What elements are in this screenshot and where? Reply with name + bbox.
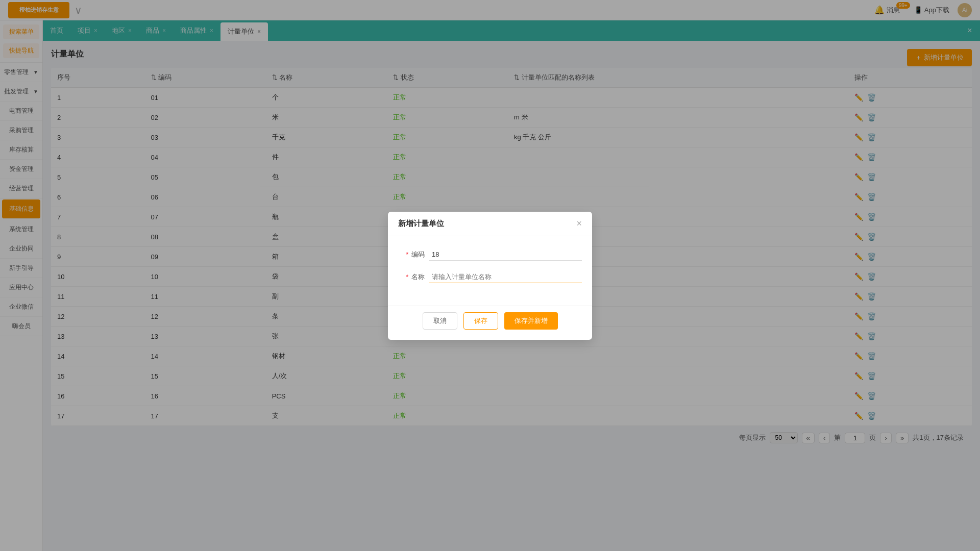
save-and-new-button[interactable]: 保存并新增 (504, 312, 558, 330)
modal-header: 新增计量单位 × (388, 212, 592, 236)
save-button[interactable]: 保存 (463, 312, 498, 330)
add-unit-modal: 新增计量单位 × * 编码 * 名称 取消 保存 保存并新增 (388, 212, 592, 340)
modal-title: 新增计量单位 (398, 219, 444, 229)
name-label: * 名称 (398, 272, 429, 282)
modal-body: * 编码 * 名称 (388, 236, 592, 306)
form-row-code: * 编码 (398, 248, 582, 261)
name-input[interactable] (429, 271, 582, 283)
code-label: * 编码 (398, 250, 429, 259)
modal-overlay[interactable]: 新增计量单位 × * 编码 * 名称 取消 保存 保存并新增 (0, 0, 980, 551)
cancel-button[interactable]: 取消 (423, 312, 457, 330)
code-input[interactable] (429, 248, 582, 261)
name-required: * (406, 273, 408, 281)
code-required: * (406, 251, 408, 258)
modal-footer: 取消 保存 保存并新增 (388, 306, 592, 340)
form-row-name: * 名称 (398, 271, 582, 283)
modal-close-btn[interactable]: × (576, 219, 582, 228)
